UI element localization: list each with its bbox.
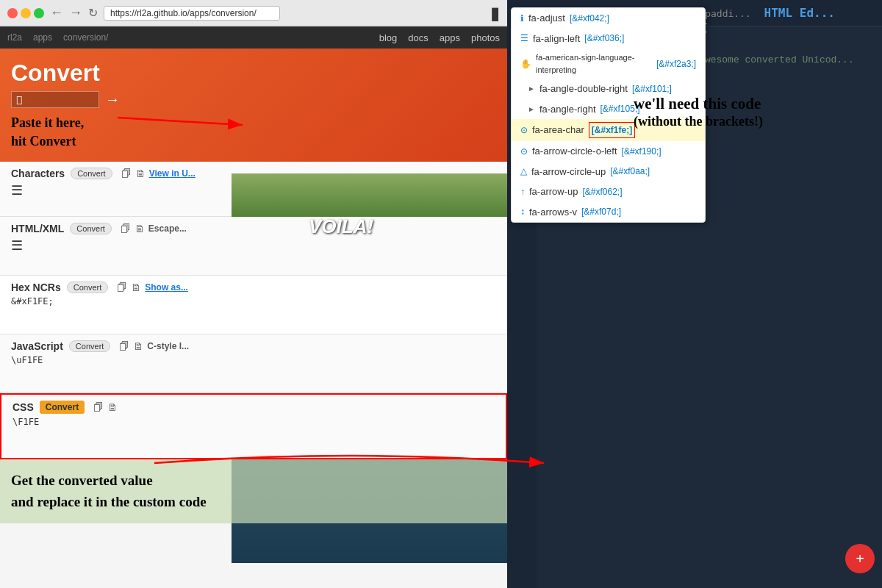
dropdown-fa-adjust[interactable]: ℹ fa-adjust [&#xf042;] (512, 8, 705, 29)
nav-photos[interactable]: photos (471, 32, 500, 43)
url-bar[interactable] (104, 6, 280, 21)
fa-angle-double-right-label: fa-angle-double-right (539, 82, 628, 96)
fa-angle-double-right-code: [&#xf101;] (632, 82, 672, 96)
nav-blog[interactable]: blog (379, 32, 398, 43)
fa-angle-right-code: [&#xf105;] (600, 102, 640, 115)
fa-align-left-icon: ☰ (520, 32, 528, 45)
fa-arrow-up-code: [&#xf062;] (582, 185, 622, 198)
characters-title: Characters (11, 168, 65, 179)
fa-arrow-circle-o-left-icon: ⊙ (520, 145, 528, 158)
css-value: \F1FE (12, 417, 495, 427)
fa-arrow-circle-o-left-code: [&#xf190;] (622, 145, 662, 158)
red-circle-icon: + (856, 551, 864, 567)
red-circle-btn[interactable]: + (845, 544, 875, 573)
arrow-right-icon: → (105, 91, 120, 108)
expand-icon-1: ► (528, 83, 535, 94)
htmlxml-file-icon[interactable]: 🗎 (135, 223, 145, 234)
nav-docs[interactable]: docs (408, 32, 428, 43)
hexncrs-section: Hex NCRs Convert 🗍 🗎 Show as... &#xF1FE; (0, 276, 507, 334)
htmlxml-escape-label: Escape... (148, 223, 187, 234)
javascript-file-icon[interactable]: 🗎 (133, 340, 143, 352)
nav-breadcrumb: conversion/ (63, 32, 108, 43)
hexncrs-copy-icon[interactable]: 🗍 (117, 282, 127, 293)
dropdown-fa-align-left[interactable]: ☰ fa-align-left [&#xf036;] (512, 29, 705, 49)
convert-header: Convert → Paste it here, hit Convert (0, 49, 507, 162)
htmlxml-icons: 🗍 🗎 Escape... (121, 223, 187, 234)
nav-bar: rl2a apps conversion/ blog docs apps pho… (0, 26, 507, 49)
hexncrs-show-link[interactable]: Show as... (145, 282, 188, 293)
dropdown-fa-asl[interactable]: ✋ fa-american-sign-language-interpreting… (512, 49, 705, 79)
javascript-convert-btn[interactable]: Convert (69, 340, 111, 352)
fa-adjust-code: [&#xf042;] (570, 12, 609, 25)
nav-apps[interactable]: apps (440, 32, 460, 43)
htmlxml-copy-icon[interactable]: 🗍 (121, 223, 131, 234)
characters-copy-icon[interactable]: 🗍 (121, 168, 132, 179)
fa-area-char-label: fa-area-char (532, 123, 584, 137)
browser-close[interactable] (7, 8, 18, 18)
back-btn[interactable]: ← (50, 5, 63, 21)
fa-adjust-icon: ℹ (520, 12, 524, 25)
dropdown-fa-arrows-v[interactable]: ↕ fa-arrows-v [&#xf07d;] (512, 202, 705, 223)
browser-maximize[interactable] (34, 8, 44, 18)
site-name: rl2a (7, 32, 22, 43)
browser-controls (7, 8, 44, 18)
dropdown-fa-arrow-circle-up[interactable]: △ fa-arrow-circle-up [&#xf0aa;] (512, 162, 705, 182)
characters-file-icon[interactable]: 🗎 (135, 168, 146, 179)
css-label: CSS Convert 🗍 🗎 (12, 401, 495, 414)
javascript-icons: 🗍 🗎 C-style l... (119, 340, 189, 352)
dropdown-fa-angle-double-right[interactable]: ► fa-angle-double-right [&#xf101;] (512, 79, 705, 99)
mobile-view-icon[interactable]: ▮ (490, 3, 500, 24)
htmlxml-title: HTML/XML (11, 223, 64, 234)
refresh-btn[interactable]: ↻ (88, 6, 98, 20)
dropdown-fa-angle-right[interactable]: ► fa-angle-right [&#xf105;] (512, 99, 705, 120)
main-input[interactable] (11, 91, 99, 108)
fa-adjust-label: fa-adjust (528, 11, 565, 26)
fa-arrows-v-code: [&#xf07d;] (581, 205, 621, 218)
fa-arrow-circle-up-icon: △ (520, 165, 527, 178)
htmlxml-convert-btn[interactable]: Convert (70, 223, 112, 234)
paste-instructions: Paste it here, hit Convert (11, 114, 496, 151)
fa-arrow-circle-up-code: [&#xf0aa;] (610, 165, 650, 178)
forward-btn[interactable]: → (69, 5, 82, 21)
conversion-area: Convert → Paste it here, hit Convert Cha… (0, 49, 507, 588)
dropdown-menu[interactable]: ℹ fa-adjust [&#xf042;] ☰ fa-align-left [… (511, 7, 706, 223)
nav-apps-parent: apps (33, 32, 52, 43)
javascript-section: JavaScript Convert 🗍 🗎 C-style l... \uF1… (0, 334, 507, 393)
hexncrs-file-icon[interactable]: 🗎 (131, 282, 141, 293)
dropdown-fa-arrow-up[interactable]: ↑ fa-arrow-up [&#xf062;] (512, 182, 705, 202)
characters-view-link[interactable]: View in U... (149, 168, 196, 179)
fa-align-left-label: fa-align-left (533, 32, 580, 46)
fa-arrow-up-label: fa-arrow-up (529, 184, 578, 199)
fa-area-char-icon: ⊙ (520, 123, 528, 137)
css-copy-icon[interactable]: 🗍 (93, 401, 104, 413)
fa-asl-code: [&#xf2a3;] (656, 57, 696, 71)
browser-minimize[interactable] (21, 8, 31, 18)
fa-area-char-code: [&#xf1fe;] (589, 122, 635, 138)
css-section: CSS Convert 🗍 🗎 \F1FE (0, 393, 507, 459)
fa-asl-label: fa-american-sign-language-interpreting (536, 51, 652, 76)
dropdown-fa-arrow-circle-o-left[interactable]: ⊙ fa-arrow-circle-o-left [&#xf190;] (512, 141, 705, 162)
bottom-annotation: Get the converted value and replace it i… (11, 470, 496, 512)
hexncrs-convert-btn[interactable]: Convert (67, 282, 109, 293)
javascript-value: \uF1FE (11, 355, 496, 365)
htmlxml-section: HTML/XML Convert 🗍 🗎 Escape... ☰ (0, 217, 507, 276)
css-title: CSS (12, 401, 34, 413)
javascript-cstyle-label: C-style l... (147, 341, 189, 351)
left-panel: ← → ↻ ▮ rl2a apps conversion/ blog docs … (0, 0, 507, 588)
javascript-copy-icon[interactable]: 🗍 (119, 340, 129, 352)
hexncrs-icons: 🗍 🗎 Show as... (117, 282, 188, 293)
htmlxml-label: HTML/XML Convert 🗍 🗎 Escape... (11, 223, 496, 234)
main-convert-title: Convert (11, 60, 100, 86)
fa-arrow-up-icon: ↑ (520, 185, 525, 198)
css-convert-btn[interactable]: Convert (40, 401, 85, 414)
dropdown-fa-area-char[interactable]: ⊙ fa-area-char [&#xf1fe;] (512, 119, 705, 141)
hexncrs-title: Hex NCRs (11, 282, 61, 293)
fa-asl-icon: ✋ (520, 57, 531, 71)
hexncrs-value: &#xF1FE; (11, 296, 496, 306)
css-icons: 🗍 🗎 (93, 401, 118, 413)
htmlxml-icon-display: ☰ (11, 237, 23, 253)
fa-arrow-circle-o-left-label: fa-arrow-circle-o-left (532, 144, 617, 159)
css-file-icon[interactable]: 🗎 (107, 401, 118, 413)
characters-convert-btn[interactable]: Convert (71, 168, 112, 179)
characters-icons: 🗍 🗎 View in U... (121, 168, 196, 179)
